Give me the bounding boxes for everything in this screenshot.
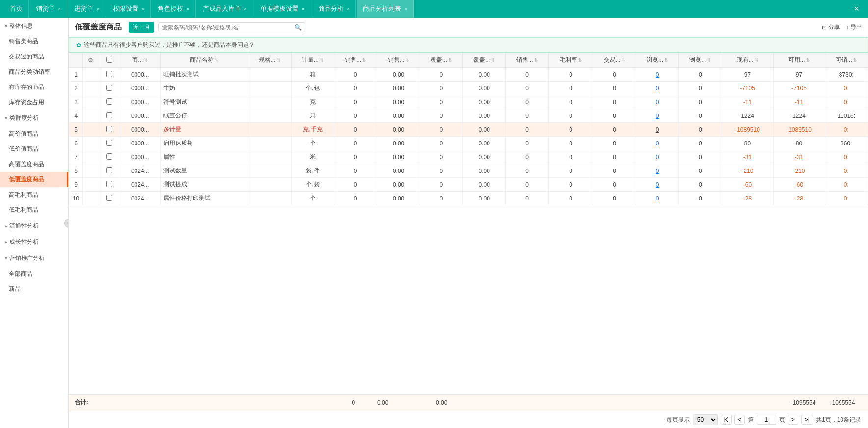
row-name-6: 启用保质期 <box>160 137 248 150</box>
sidebar-item-全部商品[interactable]: 全部商品 <box>0 266 68 282</box>
row-checkbox-7[interactable] <box>106 153 112 160</box>
th-coverage2[interactable]: 覆盖...⇅ <box>463 53 506 68</box>
sidebar-item-低覆盖度商品[interactable]: 低覆盖度商品 <box>0 172 68 187</box>
per-page-select[interactable]: 2050100 <box>693 414 718 425</box>
next-page-button[interactable]: > <box>788 415 798 425</box>
sidebar-section-4[interactable]: ▾营销推广分析 <box>0 250 68 266</box>
sidebar-item-高毛利商品[interactable]: 高毛利商品 <box>0 187 68 202</box>
row-sales-cnt-5: 0 <box>506 123 548 137</box>
window-close-button[interactable]: × <box>849 4 864 14</box>
nav-tab-close-商品分析列表[interactable]: × <box>404 6 407 12</box>
th-browse2[interactable]: 浏览...⇅ <box>679 53 722 68</box>
nav-tab-close-进货单[interactable]: × <box>96 6 99 12</box>
nav-tab-close-销货单[interactable]: × <box>58 6 61 12</box>
nav-tab-商品分析[interactable]: 商品分析× <box>312 0 356 18</box>
row-cov2-3: 0.00 <box>463 95 506 109</box>
sidebar-item-低毛利商品[interactable]: 低毛利商品 <box>0 202 68 218</box>
row-browse1-7[interactable]: 0 <box>636 150 678 164</box>
search-input[interactable] <box>162 24 294 31</box>
sidebar-item-高价值商品[interactable]: 高价值商品 <box>0 126 68 142</box>
th-trans[interactable]: 交易...⇅ <box>593 53 636 68</box>
th-code[interactable]: 商...⇅ <box>120 53 160 68</box>
row-settings-5 <box>83 123 99 137</box>
row-checkbox-2[interactable] <box>106 85 112 91</box>
row-checkbox-6[interactable] <box>106 140 112 146</box>
row-checkbox-9[interactable] <box>106 181 112 187</box>
prev-page-button[interactable]: < <box>734 415 745 425</box>
row-browse1-5[interactable]: 0 <box>636 123 678 137</box>
th-gross_rate[interactable]: 毛利率⇅ <box>548 53 593 68</box>
sidebar-item-低价值商品[interactable]: 低价值商品 <box>0 142 68 157</box>
table-row: 60000...启用保质期个00.0000.00000008080360: <box>69 137 868 150</box>
row-browse1-10[interactable]: 0 <box>636 192 678 205</box>
row-browse1-2[interactable]: 0 <box>636 82 678 95</box>
th-available[interactable]: 可用...⇅ <box>773 53 825 68</box>
nav-tab-close-单据模板设置[interactable]: × <box>301 6 304 12</box>
sidebar-item-交易过的商品[interactable]: 交易过的商品 <box>0 49 68 64</box>
sort-icon-unit: ⇅ <box>320 58 324 63</box>
last-page-button[interactable]: >| <box>801 415 813 425</box>
sidebar-item-高覆盖度商品[interactable]: 高覆盖度商品 <box>0 157 68 172</box>
th-spec[interactable]: 规格...⇅ <box>248 53 291 68</box>
sidebar-item-新品[interactable]: 新品 <box>0 282 68 297</box>
th-sellable[interactable]: 可销...⇅ <box>825 53 868 68</box>
th-sales_amt[interactable]: 销售...⇅ <box>377 53 420 68</box>
row-checkbox-8[interactable] <box>106 167 112 173</box>
th-sales_cnt[interactable]: 销售...⇅ <box>506 53 548 68</box>
th-sales_qty[interactable]: 销售...⇅ <box>334 53 377 68</box>
row-checkbox-4[interactable] <box>106 112 112 118</box>
row-browse1-8[interactable]: 0 <box>636 164 678 178</box>
section-arrow-1: ▾ <box>5 115 7 121</box>
nav-tab-close-商品分析[interactable]: × <box>347 6 350 12</box>
row-browse1-9[interactable]: 0 <box>636 178 678 192</box>
nav-tab-商品分析列表[interactable]: 商品分析列表× <box>357 0 413 18</box>
row-settings-7 <box>83 150 99 164</box>
row-spec-1 <box>248 68 291 82</box>
settings-icon[interactable]: ⚙ <box>88 57 93 64</box>
row-trans-6: 0 <box>593 137 636 150</box>
nav-tab-close-产成品入库单[interactable]: × <box>244 6 247 12</box>
nav-tab-单据模板设置[interactable]: 单据模板设置× <box>254 0 311 18</box>
sidebar-section-0[interactable]: ▾整体信息 <box>0 18 68 34</box>
main-layout: ▾整体信息销售类商品交易过的商品商品分类动销率有库存的商品库存资金占用▾类群度分… <box>0 18 868 428</box>
th-browse1[interactable]: 浏览...⇅ <box>636 53 678 68</box>
sidebar-item-销售类商品[interactable]: 销售类商品 <box>0 34 68 49</box>
period-button[interactable]: 近一月 <box>129 22 154 33</box>
sidebar-section-2[interactable]: ▸流通性分析 <box>0 218 68 234</box>
th-current[interactable]: 现有...⇅ <box>722 53 773 68</box>
export-button[interactable]: ↑ 导出 <box>846 23 862 31</box>
row-checkbox-3[interactable] <box>106 98 112 105</box>
row-browse1-1[interactable]: 0 <box>636 68 678 82</box>
nav-tab-角色授权[interactable]: 角色授权× <box>152 0 195 18</box>
row-browse1-6[interactable]: 0 <box>636 137 678 150</box>
th-name[interactable]: 商品名称⇅ <box>160 53 248 68</box>
nav-tab-产成品入库单[interactable]: 产成品入库单× <box>197 0 253 18</box>
row-current-4: 1224 <box>722 109 773 123</box>
nav-tab-权限设置[interactable]: 权限设置× <box>107 0 151 18</box>
nav-tab-close-权限设置[interactable]: × <box>141 6 144 12</box>
row-browse1-4[interactable]: 0 <box>636 109 678 123</box>
current-page-input[interactable] <box>757 415 776 425</box>
row-num-2: 2 <box>69 82 83 95</box>
sidebar-item-有库存的商品[interactable]: 有库存的商品 <box>0 80 68 95</box>
nav-tab-首页[interactable]: 首页 <box>4 0 29 18</box>
th-unit[interactable]: 计量...⇅ <box>291 53 334 68</box>
sidebar-section-1[interactable]: ▾类群度分析 <box>0 110 68 126</box>
sidebar-item-库存资金占用[interactable]: 库存资金占用 <box>0 95 68 110</box>
sidebar-section-label-4: 营销推广分析 <box>9 254 45 262</box>
row-checkbox-1[interactable] <box>106 71 112 77</box>
first-page-button[interactable]: K <box>721 415 732 425</box>
th-coverage1[interactable]: 覆盖...⇅ <box>420 53 462 68</box>
row-browse1-3[interactable]: 0 <box>636 95 678 109</box>
table-wrapper[interactable]: ⚙商...⇅商品名称⇅规格...⇅计量...⇅销售...⇅销售...⇅覆盖...… <box>69 53 868 394</box>
row-checkbox-5[interactable] <box>106 126 112 132</box>
share-button[interactable]: ⊡ 分享 <box>822 23 840 31</box>
nav-tab-close-角色授权[interactable]: × <box>186 6 189 12</box>
sidebar-section-3[interactable]: ▸成长性分析 <box>0 234 68 250</box>
row-checkbox-10[interactable] <box>106 195 112 201</box>
sidebar-item-商品分类动销率[interactable]: 商品分类动销率 <box>0 64 68 80</box>
row-spec-3 <box>248 95 291 109</box>
nav-tab-销货单[interactable]: 销货单× <box>30 0 67 18</box>
nav-tab-进货单[interactable]: 进货单× <box>68 0 106 18</box>
select-all-checkbox[interactable] <box>106 57 112 63</box>
